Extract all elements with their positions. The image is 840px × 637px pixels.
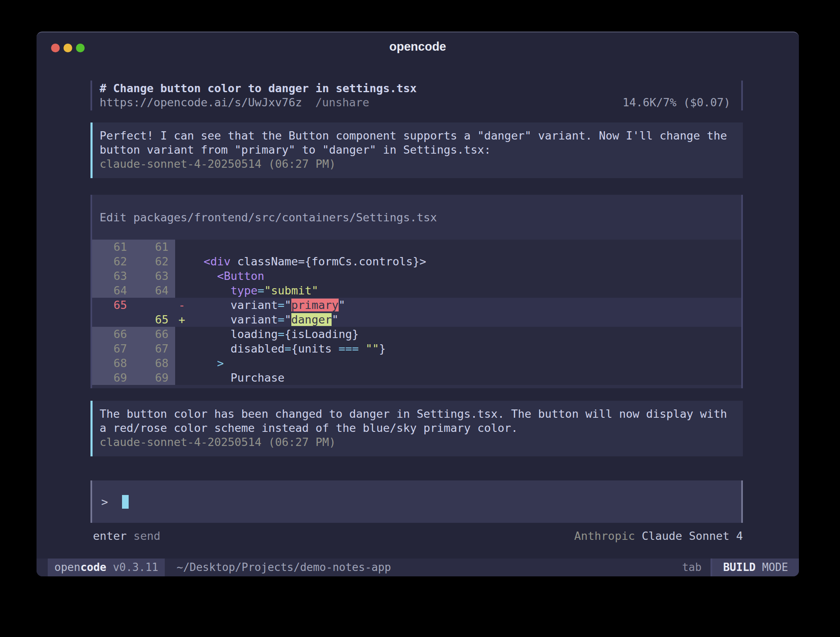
diff-row: 6767 disabled={units === ""} xyxy=(92,341,741,356)
old-line-number: 67 xyxy=(92,341,134,356)
enter-action-hint: send xyxy=(127,529,160,543)
tab-key-hint: tab xyxy=(682,559,711,576)
diff-marker xyxy=(175,356,190,370)
code-token: <div xyxy=(204,255,231,268)
code-token xyxy=(190,357,217,370)
code-token: <Button xyxy=(217,270,264,282)
titlebar: opencode xyxy=(37,32,799,56)
code-token: {units xyxy=(291,342,339,355)
code-token: > xyxy=(217,357,224,370)
code-line: <Button xyxy=(190,269,741,283)
old-line-number: 68 xyxy=(92,356,134,370)
diff-marker: - xyxy=(175,298,190,312)
prompt-input[interactable]: > xyxy=(90,480,743,523)
prompt-symbol: > xyxy=(101,495,115,508)
screen: opencode # Change button color to danger… xyxy=(0,0,840,637)
code-token: loading xyxy=(190,328,278,341)
brand-code: code xyxy=(81,561,107,573)
enter-key-hint: enter xyxy=(90,529,127,543)
diff-row: 6363 <Button xyxy=(92,269,741,283)
new-line-number xyxy=(134,298,175,312)
code-token: disabled xyxy=(190,342,285,355)
code-token xyxy=(190,255,204,268)
new-line-number: 64 xyxy=(134,283,175,298)
new-line-number: 65 xyxy=(134,312,175,327)
old-line-number: 69 xyxy=(92,370,134,385)
assistant-message: The button color has been changed to dan… xyxy=(90,401,743,456)
window: opencode # Change button color to danger… xyxy=(37,32,799,576)
working-directory: ~/Desktop/Projects/demo-notes-app xyxy=(176,559,391,576)
version-label: v0.3.11 xyxy=(106,561,158,573)
diff-marker xyxy=(175,283,190,298)
old-line-number: 66 xyxy=(92,327,134,341)
diff-marker xyxy=(175,254,190,269)
new-line-number: 66 xyxy=(134,327,175,341)
code-token: variant xyxy=(190,313,278,326)
code-line: type="submit" xyxy=(190,283,741,298)
text-cursor xyxy=(122,495,129,509)
edit-tool-card: Edit packages/frontend/src/containers/Se… xyxy=(90,195,743,388)
old-line-number: 65 xyxy=(92,298,134,312)
new-line-number: 61 xyxy=(134,240,175,254)
window-title: opencode xyxy=(37,40,799,54)
code-token: = xyxy=(278,328,284,341)
code-token xyxy=(190,270,217,282)
code-line: Purchase xyxy=(190,370,741,385)
mode-suffix: MODE xyxy=(756,561,788,573)
new-line-number: 69 xyxy=(134,370,175,385)
message-line: The button color has been changed to dan… xyxy=(100,407,743,421)
diff-row: 6464 type="submit" xyxy=(92,283,741,298)
code-token: } xyxy=(379,342,386,355)
unshare-action[interactable]: /unshare xyxy=(315,96,369,110)
code-token: "" xyxy=(366,342,379,355)
new-line-number: 63 xyxy=(134,269,175,283)
new-line-number: 68 xyxy=(134,356,175,370)
code-token xyxy=(190,284,231,297)
diff-marker xyxy=(175,370,190,385)
code-token: = xyxy=(258,284,264,297)
share-url[interactable]: https://opencode.ai/s/UwJxv76z xyxy=(100,96,302,110)
code-line: loading={isLoading} xyxy=(190,327,741,341)
brand-open: open xyxy=(54,561,81,573)
diff-row: 65- variant="primary" xyxy=(92,298,741,312)
old-line-number: 64 xyxy=(92,283,134,298)
new-line-number: 67 xyxy=(134,341,175,356)
code-token: " xyxy=(285,313,291,326)
diff-row: 6161 xyxy=(92,240,741,254)
code-token: {isLoading} xyxy=(285,328,359,341)
old-line-number: 63 xyxy=(92,269,134,283)
code-token: === xyxy=(339,342,359,355)
code-token: " xyxy=(339,299,345,311)
code-token: " xyxy=(332,313,338,326)
diff-marker xyxy=(175,240,190,254)
status-bar: opencode v0.3.11 ~/Desktop/Projects/demo… xyxy=(37,559,799,576)
model-label: Claude Sonnet 4 xyxy=(642,529,743,542)
old-line-number: 62 xyxy=(92,254,134,269)
provider-label: Anthropic xyxy=(574,529,642,542)
message-line: Perfect! I can see that the Button compo… xyxy=(100,129,743,143)
mode-chip[interactable]: BUILD MODE xyxy=(712,559,799,576)
new-line-number: 62 xyxy=(134,254,175,269)
code-token: Purchase xyxy=(190,371,285,384)
old-line-number: 61 xyxy=(92,240,134,254)
diff-row: 6262 <div className={formCs.controls}> xyxy=(92,254,741,269)
code-token: variant xyxy=(190,299,278,311)
code-token: = xyxy=(285,342,291,355)
code-token: className={formCs.controls}> xyxy=(231,255,426,268)
code-token: "submit" xyxy=(264,284,318,297)
diff-marker xyxy=(175,341,190,356)
code-token: danger xyxy=(291,313,332,326)
code-line: <div className={formCs.controls}> xyxy=(190,254,741,269)
message-meta: claude-sonnet-4-20250514 (06:27 PM) xyxy=(100,157,743,171)
diff-marker xyxy=(175,269,190,283)
code-token: = xyxy=(278,313,284,326)
code-line: variant="primary" xyxy=(190,298,741,312)
provider-model: Anthropic Claude Sonnet 4 xyxy=(574,529,743,543)
share-header: # Change button color to danger in setti… xyxy=(90,81,743,110)
assistant-message: Perfect! I can see that the Button compo… xyxy=(90,122,743,178)
hint-row: enter send Anthropic Claude Sonnet 4 xyxy=(90,529,743,543)
code-line: > xyxy=(190,356,741,370)
message-line: a red/rose color scheme instead of the b… xyxy=(100,421,743,435)
session-title: # Change button color to danger in setti… xyxy=(100,81,741,96)
diff-marker: + xyxy=(175,312,190,327)
